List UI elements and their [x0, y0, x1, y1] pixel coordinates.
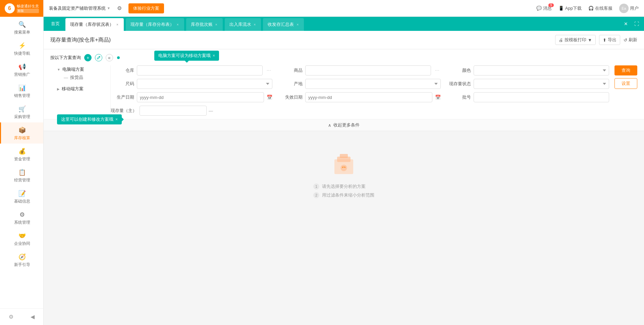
scheme-tooltip-close[interactable]: × [213, 53, 215, 58]
tab-label: 现存量（库存分布表） [130, 21, 174, 28]
sidebar-item-quick[interactable]: ⚡ 快捷导航 [0, 38, 43, 59]
system-dropdown-arrow: ▼ [107, 6, 110, 10]
system-title[interactable]: 装备及固定资产辅助管理系统 ▼ [49, 5, 110, 11]
app-download-btn[interactable]: 📱 App下载 [558, 5, 582, 11]
export-label: 导出 [608, 37, 616, 43]
system-settings-btn[interactable]: ⚙ [114, 3, 124, 13]
logo-icon: 6 [5, 3, 15, 13]
user-menu-btn[interactable]: Ea 用户 [619, 4, 639, 13]
refresh-btn[interactable]: ↺ 刷新 [624, 37, 637, 43]
online-service-label: 在线客服 [595, 5, 612, 11]
sidebar-item-system[interactable]: ⚙ 系统管理 [0, 207, 43, 228]
svg-rect-4 [340, 154, 348, 158]
edit-tooltip-close[interactable]: × [115, 117, 118, 122]
desktop-sub-item[interactable]: — 按货品 [64, 73, 107, 82]
search-btn[interactable]: 查询 [614, 65, 637, 75]
sidebar-item-operations[interactable]: 📋 经营管理 [0, 165, 43, 186]
warehouse-input[interactable] [137, 65, 263, 75]
size-select[interactable] [137, 79, 272, 89]
online-service-btn[interactable]: 🎧 在线客服 [588, 5, 612, 11]
sidebar-nav: 🔍 搜索菜单 ⚡ 快捷导航 📢 营销推广 📊 销售管理 🛒 采购管理 📦 库存核… [0, 17, 43, 308]
empty-tips: 1 请先选择要分析的方案 2 用过滤条件来缩小分析范围 [313, 183, 374, 198]
sidebar-item-finance[interactable]: 💰 资金管理 [0, 144, 43, 165]
mfg-date-input[interactable] [137, 92, 264, 102]
sidebar-item-marketing[interactable]: 📢 营销推广 [0, 59, 43, 80]
tab-bar-right: ✕ ⛶ [621, 17, 641, 31]
filter-label: 按以下方案查询 [50, 55, 81, 61]
filter-expire-date: 失效日期 📅 [279, 92, 441, 102]
inventory-icon: 📦 [18, 126, 26, 134]
print-icon: 🖨 [559, 38, 563, 43]
message-badge: 9 [548, 3, 554, 7]
tab-close-btn[interactable]: × [215, 23, 218, 26]
tab-close-btn[interactable]: × [176, 23, 179, 26]
tab-home[interactable]: 首页 [46, 17, 64, 31]
tab-batch[interactable]: 库存批次账 × [186, 18, 223, 31]
sidebar-item-label: 新手引导 [14, 262, 30, 268]
system-icon: ⚙ [19, 211, 25, 218]
sidebar-item-label: 资金管理 [14, 156, 30, 162]
filter-goods: 商品 ··· [279, 65, 441, 75]
sidebar-item-guide[interactable]: 🧭 新手引导 [0, 249, 43, 270]
collapse-more-btn[interactable]: ∧ 收起更多条件 [44, 119, 644, 131]
tab-close-btn[interactable]: × [296, 23, 299, 26]
filter-with-scheme: ▼ 电脑端方案 — 按货品 [50, 65, 637, 116]
collapse-arrow: ∧ [328, 123, 331, 128]
warehouse-dots[interactable]: ··· [265, 67, 272, 73]
edit-scheme-btn[interactable] [95, 54, 102, 61]
tab-close-btn[interactable]: × [253, 23, 257, 26]
filter-batch: 批号 [447, 92, 609, 102]
mfg-date-calendar-icon[interactable]: 📅 [267, 95, 272, 100]
experience-btn[interactable]: 体验行业方案 [128, 3, 164, 13]
maximize-btn[interactable]: ⛶ [632, 19, 641, 29]
print-btn[interactable]: 🖨 按模板打印 ▼ [555, 35, 596, 45]
expire-date-calendar-icon[interactable]: 📅 [435, 95, 441, 100]
sidebar-item-enterprise[interactable]: 🤝 企业协同 [0, 228, 43, 249]
messages-btn[interactable]: 💬 消息 9 [536, 5, 552, 11]
mobile-scheme-item[interactable]: ▶ 移动端方案 [57, 85, 107, 93]
filter-top-row: 按以下方案查询 + « [50, 54, 637, 61]
export-btn[interactable]: ⬆ 导出 [599, 35, 620, 45]
tab-inventory-dist[interactable]: 现存量（库存分布表） × [126, 18, 184, 31]
page-title: 现存量查询(按仓库+商品) [50, 37, 111, 48]
main-area: 装备及固定资产辅助管理系统 ▼ ⚙ 体验行业方案 💬 消息 9 📱 App下载 … [44, 0, 644, 325]
sidebar-item-label: 搜索菜单 [14, 30, 30, 35]
reset-btn[interactable]: 设置 [614, 78, 637, 89]
batch-input[interactable] [474, 92, 609, 102]
sidebar-item-purchase[interactable]: 🛒 采购管理 [0, 101, 43, 122]
tip-num-1: 1 [313, 183, 319, 189]
origin-select[interactable] [305, 79, 441, 89]
tab-label: 收发存汇总表 [268, 21, 294, 28]
color-select[interactable] [474, 65, 609, 75]
tab-inout-flow[interactable]: 出入库流水 × [225, 18, 261, 31]
stock-status-select[interactable] [474, 79, 609, 89]
mfg-date-label: 生产日期 [111, 94, 134, 100]
filter-row-1: 仓库 ··· 商品 ··· [111, 65, 609, 75]
sidebar-item-sales[interactable]: 📊 销售管理 [0, 80, 43, 101]
goods-input[interactable] [305, 65, 431, 75]
tab-bar: 首页 现存量（库存状况表） × 现存量（库存分布表） × 库存批次账 × 出入库… [44, 17, 644, 31]
filter-size: 尺码 [111, 79, 272, 89]
tab-inventory-status[interactable]: 现存量（库存状况表） × [65, 18, 124, 31]
tab-close-btn[interactable]: × [116, 23, 119, 26]
empty-state: 1 请先选择要分析的方案 2 用过滤条件来缩小分析范围 [44, 131, 644, 218]
sidebar-item-basic[interactable]: 📝 基础信息 [0, 186, 43, 207]
settings-bottom-btn[interactable]: ⚙ [7, 312, 15, 322]
close-all-tabs-btn[interactable]: ✕ [621, 19, 631, 29]
empty-tip-1: 1 请先选择要分析的方案 [313, 183, 374, 189]
sidebar-item-search[interactable]: 🔍 搜索菜单 [0, 17, 43, 38]
sub-item-label: 按货品 [70, 74, 83, 80]
add-scheme-btn[interactable]: + [84, 54, 92, 61]
expire-date-input[interactable] [305, 92, 432, 102]
sidebar-item-inventory[interactable]: 📦 库存核算 [0, 122, 43, 144]
filter-row-2: 尺码 产地 现存量状态 [111, 79, 609, 89]
goods-dots[interactable]: ··· [434, 67, 441, 73]
sidebar-item-label: 系统管理 [14, 220, 30, 225]
desktop-scheme-item[interactable]: ▼ 电脑端方案 [57, 65, 107, 73]
collapse-sidebar-btn[interactable]: ◀ [29, 312, 36, 322]
stock-qty-from[interactable] [140, 106, 207, 116]
sidebar-item-label: 采购管理 [14, 114, 30, 120]
back-btn[interactable]: « [106, 54, 113, 61]
filter-stock-status: 现存量状态 [447, 79, 609, 89]
tab-receipt-summary[interactable]: 收发存汇总表 × [263, 18, 304, 31]
